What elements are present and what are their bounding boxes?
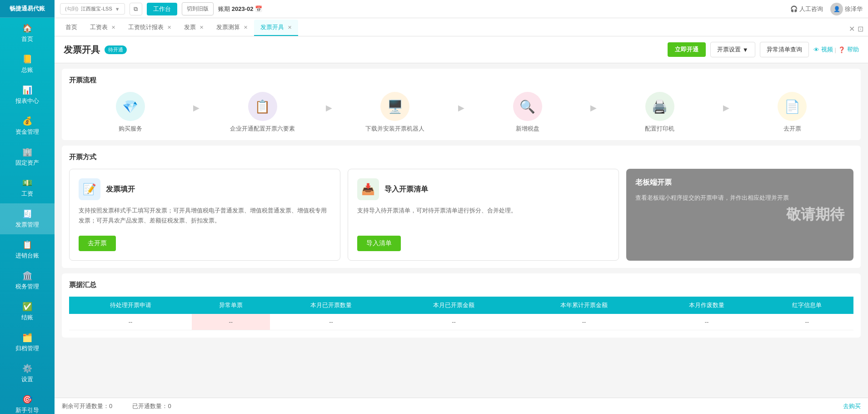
flow-arrow-0: ▶ [191,103,201,113]
import-card-desc: 支持导入待开票清单，可对待开票清单进行拆分、合并处理。 [357,206,609,226]
flow-step-1[interactable]: 📋 企业开通配置开票六要素 [201,92,324,133]
tab-label-1: 工资表 [90,23,108,31]
flow-step-label-0: 购买服务 [119,125,142,133]
summary-header-5: 本月作废数量 [653,297,760,314]
sidebar-icon-3: 💰 [22,116,32,126]
flow-step-3[interactable]: 🔍 新增税盘 [466,92,589,133]
sidebar-icon-12: 🎯 [22,394,32,404]
tab-工资表[interactable]: 工资表✕ [84,20,122,36]
sidebar-item-归档管理[interactable]: 🗂️归档管理 [0,327,55,358]
flow-step-icon-1: 📋 [248,92,277,121]
sidebar-item-工资[interactable]: 💵工资 [0,172,55,203]
flow-step-icon-4: 🖨️ [645,92,674,121]
sidebar-label-10: 归档管理 [15,344,39,353]
flow-arrow-3: ▶ [589,103,599,113]
page-title: 发票开具 [64,44,100,56]
tab-label-2: 工资统计报表 [128,23,164,31]
tab-发票测算[interactable]: 发票测算✕ [210,20,254,36]
old-version-button[interactable]: 切到旧版 [182,2,214,15]
sidebar-item-结账[interactable]: ✅结账 [0,296,55,327]
sidebar-item-固定资产[interactable]: 🏢固定资产 [0,141,55,172]
tab-close-5[interactable]: ✕ [288,25,292,30]
method-card-fill: 📝 发票填开 支持按照发票样式手工填写开发票；可开具增值税电子普通发票、增值税普… [69,169,340,261]
summary-section: 票据汇总 待处理开票申请异常单票本月已开票数量本月已开票金额本年累计开票金额本月… [62,273,861,338]
company-select[interactable]: (勾到) 江西服宝-LSS ▼ [60,3,125,15]
sidebar-item-设置[interactable]: ⚙️设置 [0,358,55,389]
immediate-open-button[interactable]: 立即开通 [668,42,706,57]
settings-button[interactable]: 开票设置 ▼ [710,42,755,57]
period-value: 2023-02 [232,5,254,12]
summary-table: 待处理开票申请异常单票本月已开票数量本月已开票金额本年累计开票金额本月作废数量红… [69,297,853,330]
sidebar-icon-1: 📒 [22,54,32,64]
sidebar-icon-7: 📋 [22,240,32,250]
workbench-button[interactable]: 工作台 [147,3,177,15]
tab-close-buttons: ✕ ⊡ [849,25,863,36]
method-card-import-header: 📥 导入开票清单 [357,178,609,200]
close-tab-icon[interactable]: ✕ [849,25,855,33]
flow-step-5[interactable]: 📄 去开票 [731,92,853,133]
flow-step-label-3: 新增税盘 [516,125,539,133]
copy-button[interactable]: ⧉ [130,3,142,15]
sidebar-item-总账[interactable]: 📒总账 [0,49,55,80]
flow-step-4[interactable]: 🖨️ 配置打印机 [599,92,721,133]
summary-header-1: 异常单票 [192,297,270,314]
tab-发票开具[interactable]: 发票开具✕ [254,20,298,36]
flow-step-icon-3: 🔍 [513,92,542,121]
flow-step-2[interactable]: 🖥️ 下载并安装开票机器人 [334,92,456,133]
view-label[interactable]: 视频 [821,45,833,54]
go-invoice-button[interactable]: 去开票 [79,236,116,251]
tabbar: 首页工资表✕工资统计报表✕发票✕发票测算✕发票开具✕ ✕ ⊡ [55,18,868,36]
tab-首页[interactable]: 首页 [59,20,84,36]
sidebar: 畅捷通易代账 🏠首页📒总账📊报表中心💰资金管理🏢固定资产💵工资🧾发票管理📋进销台… [0,0,55,414]
sidebar-item-报表中心[interactable]: 📊报表中心 [0,80,55,111]
summary-header-0: 待处理开票申请 [69,297,192,314]
summary-cell-2: -- [270,314,393,330]
sidebar-label-9: 结账 [21,313,33,322]
method-cards: 📝 发票填开 支持按照发票样式手工填写开发票；可开具增值税电子普通发票、增值税普… [69,169,853,261]
page-header: 发票开具 待开通 立即开通 开票设置 ▼ 异常清单查询 👁 视频 | ❓ 帮助 [55,36,868,63]
tab-发票[interactable]: 发票✕ [178,20,210,36]
tab-close-3[interactable]: ✕ [200,25,204,30]
flow-step-0[interactable]: 💎 购买服务 [69,92,191,133]
sidebar-item-首页[interactable]: 🏠首页 [0,18,55,49]
sidebar-label-7: 进销台账 [15,252,39,260]
status-badge: 待开通 [105,45,127,54]
sidebar-item-税务管理[interactable]: 🏛️税务管理 [0,265,55,296]
tab-close-4[interactable]: ✕ [244,25,248,30]
flow-step-label-5: 去开票 [783,125,801,133]
summary-cell-3: -- [393,314,515,330]
avatar: 👤 [830,3,843,15]
sidebar-item-资金管理[interactable]: 💰资金管理 [0,111,55,141]
import-list-button[interactable]: 导入清单 [357,236,401,251]
help-label[interactable]: 帮助 [847,45,859,54]
remaining-label: 剩余可开通数量：0 [62,403,112,409]
summary-cell-6: -- [761,314,853,330]
user-item[interactable]: 👤 徐泽华 [830,3,863,15]
tab-工资统计报表[interactable]: 工资统计报表✕ [122,20,178,36]
summary-header-3: 本月已开票金额 [393,297,515,314]
sidebar-item-新手引导[interactable]: 🎯新手引导 [0,389,55,414]
summary-cell-1[interactable]: -- [192,314,270,330]
summary-section-title: 票据汇总 [69,281,853,289]
sidebar-icon-5: 💵 [22,178,32,188]
methods-section: 开票方式 📝 发票填开 支持按照发票样式手工填写开发票；可开具增值税电子普通发票… [62,146,861,268]
sidebar-icon-11: ⚙️ [22,364,32,374]
topbar-left: (勾到) 江西服宝-LSS ▼ ⧉ 工作台 切到旧版 账期 2023-02 📅 [60,2,262,15]
fill-card-desc: 支持按照发票样式手工填写开发票；可开具增值税电子普通发票、增值税普通发票、增值税… [79,206,331,226]
tab-label-4: 发票测算 [216,23,240,31]
tab-close-2[interactable]: ✕ [167,25,171,30]
method-card-import: 📥 导入开票清单 支持导入待开票清单，可对待开票清单进行拆分、合并处理。 导入清… [348,169,619,261]
support-item[interactable]: 🎧 人工咨询 [790,5,823,13]
opened-label: 已开通数量：0 [132,403,171,409]
sidebar-item-进销台账[interactable]: 📋进销台账 [0,234,55,265]
calendar-icon[interactable]: 📅 [255,5,262,12]
sidebar-item-发票管理[interactable]: 🧾发票管理 [0,203,55,234]
flow-steps: 💎 购买服务 ▶ 📋 企业开通配置开票六要素 ▶ 🖥️ 下载并安装开票机器人 ▶… [69,92,853,133]
query-button[interactable]: 异常清单查询 [760,42,809,57]
tab-label-0: 首页 [65,23,77,31]
restore-tab-icon[interactable]: ⊡ [858,25,863,33]
tab-close-1[interactable]: ✕ [111,25,115,30]
buy-link[interactable]: 去购买 [843,402,861,410]
page-content: 发票开具 待开通 立即开通 开票设置 ▼ 异常清单查询 👁 视频 | ❓ 帮助 [55,36,868,398]
import-card-title: 导入开票清单 [384,185,428,194]
